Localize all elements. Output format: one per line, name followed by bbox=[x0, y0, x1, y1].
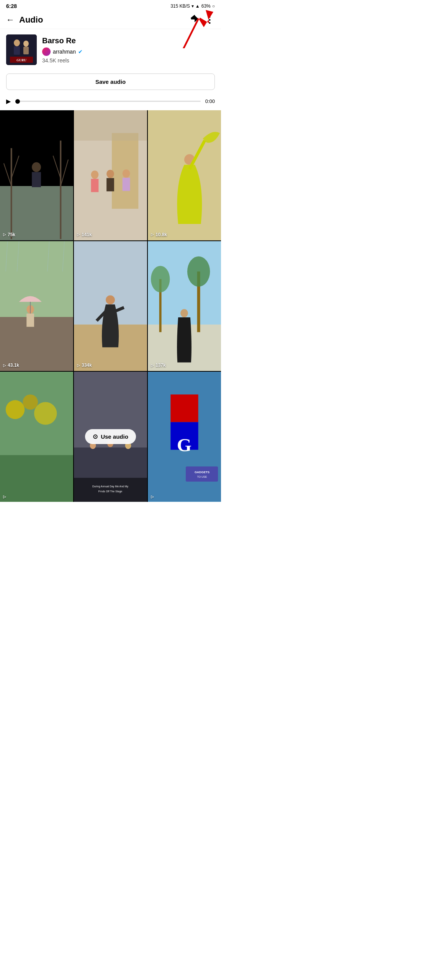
reel-views: ▷ 75k bbox=[3, 232, 15, 237]
play-icon: ▷ bbox=[77, 363, 80, 368]
svg-point-28 bbox=[123, 169, 130, 178]
reel-cell[interactable]: ▷ 75k bbox=[0, 110, 73, 240]
audio-info-section: GURU Barso Re arrahman ✔ 34.5K reels bbox=[0, 29, 221, 70]
reel-cell[interactable]: G GADGETS TO USE ▷ bbox=[148, 372, 221, 502]
play-icon: ▷ bbox=[151, 495, 154, 499]
play-icon: ▷ bbox=[3, 495, 6, 499]
reel-cell[interactable]: ▷ 141k bbox=[74, 110, 147, 240]
battery-indicator: 63% bbox=[201, 3, 211, 9]
svg-rect-5 bbox=[14, 46, 20, 55]
back-button[interactable]: ← bbox=[6, 15, 15, 25]
artist-row: arrahman ✔ bbox=[42, 47, 215, 56]
svg-text:GADGETS: GADGETS bbox=[195, 470, 210, 474]
progress-bar[interactable] bbox=[15, 101, 201, 102]
svg-rect-7 bbox=[23, 47, 29, 54]
svg-point-6 bbox=[23, 41, 29, 47]
view-count: 10.8k bbox=[156, 232, 167, 237]
svg-rect-36 bbox=[0, 241, 73, 317]
svg-rect-76 bbox=[170, 395, 198, 422]
reel-thumbnail: G GADGETS TO USE bbox=[148, 372, 221, 502]
reels-count: 34.5K reels bbox=[42, 57, 215, 64]
audio-header: ← Audio ⋮ bbox=[0, 11, 221, 29]
song-title: Barso Re bbox=[42, 36, 215, 45]
status-time: 6:28 bbox=[6, 3, 17, 9]
reel-thumbnail bbox=[0, 372, 73, 502]
svg-point-24 bbox=[91, 170, 99, 179]
play-icon: ▷ bbox=[77, 232, 80, 237]
progress-dot bbox=[15, 99, 20, 104]
send-button[interactable] bbox=[190, 15, 199, 25]
battery-icon: ○ bbox=[212, 3, 215, 9]
signal-icon: ▲ bbox=[195, 3, 200, 9]
svg-point-63 bbox=[23, 395, 38, 410]
svg-text:GURU: GURU bbox=[16, 58, 26, 62]
reel-cell[interactable]: ▷ bbox=[0, 372, 73, 502]
svg-point-62 bbox=[6, 400, 25, 419]
svg-rect-25 bbox=[91, 179, 99, 192]
reel-views: ▷ 137k bbox=[151, 363, 166, 368]
view-count: 141k bbox=[82, 232, 92, 237]
svg-point-57 bbox=[151, 266, 170, 292]
svg-text:G: G bbox=[177, 434, 192, 456]
audio-player: ▶ 0:00 bbox=[0, 95, 221, 110]
reel-cell-use-audio[interactable]: During Annual Day Me And My Frnds Off Th… bbox=[74, 372, 147, 502]
reel-views: ▷ 10.8k bbox=[151, 232, 167, 237]
reels-grid: ▷ 75k ▷ 141k bbox=[0, 110, 221, 502]
svg-point-4 bbox=[14, 39, 20, 46]
verified-badge: ✔ bbox=[78, 49, 83, 55]
artist-name: arrahman bbox=[53, 49, 76, 55]
use-audio-overlay: ⊙ Use audio bbox=[74, 372, 147, 502]
artist-avatar bbox=[42, 47, 51, 56]
svg-rect-14 bbox=[32, 172, 41, 187]
time-display: 0:00 bbox=[205, 98, 215, 104]
svg-rect-30 bbox=[74, 110, 147, 140]
wifi-icon: ▾ bbox=[192, 3, 194, 9]
svg-point-48 bbox=[106, 295, 115, 304]
play-icon: ▷ bbox=[3, 363, 6, 368]
reel-views: ▷ 43.1k bbox=[3, 363, 19, 368]
svg-point-13 bbox=[32, 162, 41, 172]
audio-details: Barso Re arrahman ✔ 34.5K reels bbox=[42, 36, 215, 64]
svg-point-55 bbox=[187, 256, 210, 286]
svg-rect-27 bbox=[106, 178, 114, 191]
save-audio-button[interactable]: Save audio bbox=[6, 74, 215, 90]
view-count: 334k bbox=[82, 363, 92, 368]
play-icon: ▷ bbox=[3, 232, 6, 237]
camera-icon: ⊙ bbox=[93, 433, 98, 440]
svg-point-26 bbox=[106, 170, 114, 178]
play-icon: ▷ bbox=[151, 363, 154, 368]
reel-thumbnail bbox=[148, 241, 221, 371]
album-art: GURU bbox=[6, 34, 37, 65]
svg-rect-40 bbox=[26, 314, 34, 327]
header-actions: ⋮ bbox=[190, 15, 215, 25]
reel-views: ▷ bbox=[3, 495, 6, 499]
more-options-button[interactable]: ⋮ bbox=[205, 15, 215, 24]
reel-cell[interactable]: ▷ 43.1k bbox=[0, 241, 73, 371]
reel-cell[interactable]: ▷ 137k bbox=[148, 241, 221, 371]
play-icon: ▷ bbox=[151, 232, 154, 237]
reel-thumbnail bbox=[74, 241, 147, 371]
svg-point-58 bbox=[180, 309, 188, 317]
view-count: 137k bbox=[156, 363, 166, 368]
svg-point-64 bbox=[34, 402, 57, 425]
play-button[interactable]: ▶ bbox=[6, 98, 11, 105]
reel-thumbnail bbox=[148, 110, 221, 240]
reel-cell[interactable]: ▷ 10.8k bbox=[148, 110, 221, 240]
status-right: 315 KB/S ▾ ▲ 63% ○ bbox=[170, 3, 215, 9]
view-count: 43.1k bbox=[8, 363, 19, 368]
reel-views: ▷ bbox=[151, 495, 154, 499]
speed-indicator: 315 KB/S bbox=[170, 3, 190, 9]
reel-thumbnail bbox=[0, 241, 73, 371]
status-bar: 6:28 315 KB/S ▾ ▲ 63% ○ bbox=[0, 0, 221, 11]
view-count: 75k bbox=[8, 232, 15, 237]
save-button-container: Save audio bbox=[0, 70, 221, 95]
use-audio-label: Use audio bbox=[101, 433, 128, 440]
album-art-svg: GURU bbox=[6, 34, 37, 65]
page-title: Audio bbox=[19, 15, 43, 25]
use-audio-button[interactable]: ⊙ Use audio bbox=[85, 429, 136, 444]
reel-thumbnail bbox=[74, 110, 147, 240]
reel-cell[interactable]: ▷ 334k bbox=[74, 241, 147, 371]
reel-views: ▷ 141k bbox=[77, 232, 92, 237]
reel-views: ▷ 334k bbox=[77, 363, 92, 368]
svg-rect-29 bbox=[123, 178, 130, 191]
